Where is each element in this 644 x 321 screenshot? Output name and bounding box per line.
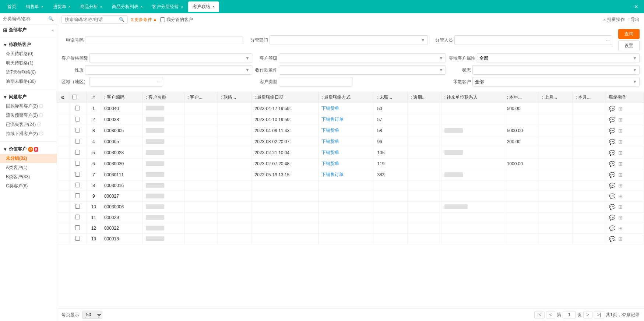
sidebar-item-overdue[interactable]: 逾期未联络(30) (0, 77, 57, 86)
contact-action-icon[interactable]: 💬 (609, 161, 615, 167)
col-contact-header[interactable]: : 联络... (218, 92, 251, 103)
col-type-header[interactable]: : 客户... (184, 92, 218, 103)
sidebar-item-tomorrow[interactable]: 明天待联络(1) (0, 59, 57, 68)
prev-page-button[interactable]: < (546, 311, 555, 318)
reset-button[interactable]: 设置 (618, 40, 640, 51)
tab-sales[interactable]: 销售单 × (21, 1, 48, 12)
col-name-header[interactable]: : 客户名称 (143, 92, 184, 103)
contact-action-icon[interactable]: 💬 (609, 193, 615, 199)
row-checkbox[interactable] (75, 161, 80, 166)
tab-customer-contact[interactable]: 客户联络 × (188, 1, 219, 12)
tab-customer-segment[interactable]: 客户分层经营 × (148, 1, 187, 12)
row-checkbox-cell[interactable] (69, 223, 86, 234)
col-overdue-header[interactable]: : 逾期... (408, 92, 441, 103)
phone-input[interactable] (85, 36, 243, 44)
gender-select[interactable]: ▼ (85, 65, 252, 75)
col-settings[interactable]: ⚙ (57, 92, 69, 103)
retail-attr-select[interactable]: 全部 ▼ (477, 53, 640, 63)
export-button[interactable]: ↑ 导出 (628, 17, 640, 23)
row-checkbox-cell[interactable] (69, 202, 86, 212)
row-last-contact-method[interactable]: 下销货单 (319, 136, 374, 147)
contact-method-link[interactable]: 下销货单 (321, 128, 339, 133)
row-checkbox[interactable] (75, 193, 80, 198)
row-last-contact-method[interactable] (319, 234, 374, 244)
col-last-month-header[interactable]: : 上月... (539, 92, 573, 103)
staff-select[interactable]: ··· (454, 35, 612, 45)
row-last-contact-method[interactable] (319, 223, 374, 234)
retail-customer-select[interactable]: 全部 ▼ (472, 77, 640, 87)
sidebar-item-loss-warning[interactable]: 流失预警客户(3) ⓘ (0, 111, 57, 120)
row-last-contact-method[interactable]: 下销货单 (319, 158, 374, 169)
contact-action-icon[interactable]: 💬 (609, 128, 615, 134)
more-action-icon[interactable]: ⊞ (618, 225, 623, 231)
sidebar-item-abnormal[interactable]: 固购异常客户(2) ⓘ (0, 102, 57, 111)
more-action-icon[interactable]: ⊞ (618, 172, 623, 178)
contact-method-link[interactable]: 下销货单 (321, 161, 339, 166)
region-select[interactable]: ··· (89, 77, 163, 87)
close-product-analysis-list-icon[interactable]: × (141, 5, 143, 9)
row-checkbox-cell[interactable] (69, 114, 86, 125)
region-more-dots[interactable]: ··· (157, 79, 161, 84)
sidebar-item-b-class[interactable]: B类客户(33) (0, 172, 57, 181)
col-checkbox-header[interactable] (69, 92, 86, 103)
row-checkbox[interactable] (75, 150, 80, 155)
row-checkbox-cell[interactable] (69, 191, 86, 202)
filter-search-icon[interactable]: 🔍 (119, 17, 124, 22)
sidebar-search-input[interactable] (3, 16, 47, 21)
sidebar-item-today[interactable]: 今天待联络(0) (0, 49, 57, 59)
row-last-contact-method[interactable]: 下销货单 (319, 147, 374, 158)
payment-select[interactable]: ▼ (279, 65, 446, 75)
col-code-header[interactable]: : 客户编码 (101, 92, 142, 103)
value-refresh-badge[interactable]: ↺ (28, 147, 33, 152)
more-action-icon[interactable]: ⊞ (618, 117, 623, 123)
row-checkbox[interactable] (75, 183, 80, 187)
query-button[interactable]: 查询 (618, 29, 640, 39)
more-action-icon[interactable]: ⊞ (618, 204, 623, 210)
row-checkbox-cell[interactable] (69, 212, 86, 223)
contact-action-icon[interactable]: 💬 (609, 150, 615, 156)
sidebar-group-pending-title[interactable]: ▼ 待联络客户 (0, 40, 57, 49)
contact-method-link[interactable]: 下销货单 (321, 150, 339, 155)
batch-ops-button[interactable]: ☑ 批量操作 (602, 17, 625, 23)
close-sales-icon[interactable]: × (41, 5, 43, 9)
sidebar-item-a-class[interactable]: A类客户(1) (0, 163, 57, 172)
contact-method-link[interactable]: 下销货单 (321, 139, 339, 144)
close-window-icon[interactable]: × (631, 3, 641, 10)
sidebar-item-c-class[interactable]: C类客户(6) (0, 181, 57, 191)
col-last-contact-date-header[interactable]: : 最后联络日期 (251, 92, 319, 103)
tab-purchase[interactable]: 进货单 × (49, 1, 75, 12)
sidebar-all-customers[interactable]: ⊞ 全部客户 « (0, 25, 57, 35)
tab-home[interactable]: 首页 (3, 1, 21, 12)
sidebar-collapse-icon[interactable]: « (52, 28, 54, 32)
filter-more-conditions[interactable]: ⧖ 更多条件 ▲ (131, 17, 157, 23)
row-checkbox-cell[interactable] (69, 125, 86, 136)
status-select[interactable]: ▼ (472, 65, 640, 75)
row-checkbox[interactable] (75, 236, 80, 241)
contact-action-icon[interactable]: 💬 (609, 183, 615, 188)
col-not-contacted-header[interactable]: : 未联... (374, 92, 408, 103)
more-action-icon[interactable]: ⊞ (618, 128, 623, 134)
row-last-contact-method[interactable] (319, 212, 374, 223)
row-last-contact-method[interactable] (319, 191, 374, 202)
contact-method-link[interactable]: 下销货单 (321, 106, 339, 111)
row-last-contact-method[interactable]: 下销售订单 (319, 169, 374, 180)
contact-method-link[interactable]: 下销售订单 (321, 172, 344, 177)
sidebar-item-unclassified[interactable]: 未分组(32) (0, 154, 57, 163)
price-grade-select[interactable]: ▼ (89, 53, 252, 63)
more-action-icon[interactable]: ⊞ (618, 193, 623, 199)
more-action-icon[interactable]: ⊞ (618, 150, 623, 156)
more-action-icon[interactable]: ⊞ (618, 106, 623, 112)
more-action-icon[interactable]: ⊞ (618, 215, 623, 221)
more-action-icon[interactable]: ⊞ (618, 139, 623, 145)
sidebar-search-icon[interactable]: 🔍 (48, 16, 54, 21)
next-page-button[interactable]: > (583, 311, 592, 318)
my-customers-checkbox[interactable] (160, 17, 165, 22)
close-customer-contact-icon[interactable]: × (212, 5, 215, 9)
row-checkbox[interactable] (75, 139, 80, 144)
sidebar-group-problem-title[interactable]: ▼ 问题客户 (0, 92, 57, 102)
row-last-contact-method[interactable] (319, 202, 374, 212)
row-checkbox-cell[interactable] (69, 169, 86, 180)
row-checkbox[interactable] (75, 215, 80, 219)
first-page-button[interactable]: |< (534, 311, 545, 318)
col-this-year-header[interactable]: : 本年... (504, 92, 539, 103)
